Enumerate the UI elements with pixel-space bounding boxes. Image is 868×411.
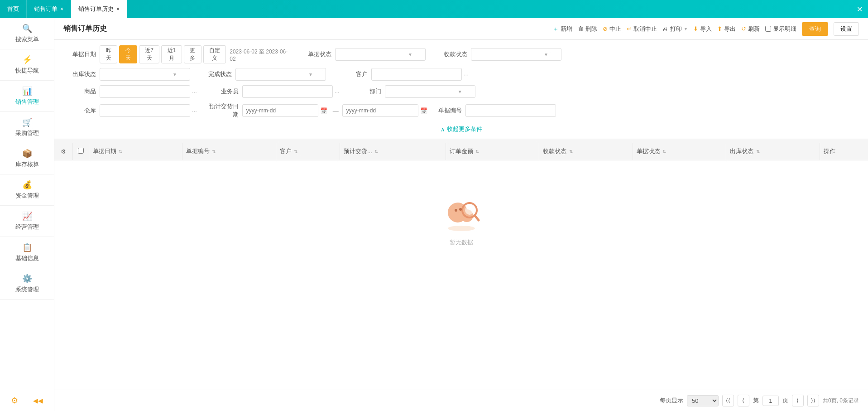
order-status-select[interactable]: ▼	[335, 48, 426, 61]
settings-bottom-icon[interactable]: ⚙	[11, 396, 18, 406]
content-area: 销售订单历史 ＋ 新增 🗑 删除 ⊘ 中止 ↩ 取消中止	[54, 18, 868, 411]
date-btn-custom[interactable]: 自定义	[203, 45, 226, 63]
sidebar-item-purchase[interactable]: 🛒 采购管理	[0, 112, 54, 143]
filter-row-2: 出库状态 ▼ 完成状态 ▼ 客户 ···	[63, 68, 859, 81]
sidebar-item-inventory[interactable]: 📦 库存核算	[0, 143, 54, 174]
export-button[interactable]: ⬆ 导出	[717, 25, 736, 33]
add-button[interactable]: ＋ 新增	[553, 25, 572, 33]
th-settings[interactable]: ⚙	[54, 143, 72, 160]
sort-customer-icon: ⇅	[294, 149, 297, 154]
date-range-text: 2023-06-02 至 2023-06-02	[230, 48, 290, 62]
date-btn-yesterday[interactable]: 昨天	[100, 45, 117, 63]
close-history-tab[interactable]: ×	[116, 6, 120, 12]
outbound-status-chevron-icon: ▼	[173, 72, 177, 77]
prev-page-button[interactable]: ⟨	[738, 395, 749, 406]
customer-ellipsis[interactable]: ···	[464, 71, 469, 78]
date-btn-more[interactable]: 更多	[184, 45, 201, 63]
select-all-checkbox[interactable]	[78, 148, 84, 154]
first-page-button[interactable]: ⟨⟨	[722, 395, 734, 406]
settings-button[interactable]: 设置	[834, 22, 859, 36]
th-expected-date[interactable]: 预计交货... ⇅	[340, 143, 446, 160]
th-order-date[interactable]: 单据日期 ⇅	[89, 143, 182, 160]
complete-status-select[interactable]: ▼	[235, 68, 326, 81]
date-btn-today[interactable]: 今天	[119, 45, 137, 63]
page-label: 第	[753, 396, 759, 405]
collapse-sidebar-icon[interactable]: ◀◀	[33, 397, 43, 404]
sidebar-item-operations[interactable]: 📈 经营管理	[0, 206, 54, 237]
th-order-no[interactable]: 单据编号 ⇅	[182, 143, 276, 160]
current-page-input[interactable]	[762, 396, 779, 406]
inventory-icon: 📦	[22, 149, 32, 159]
date-btn-7days[interactable]: 近7天	[139, 45, 159, 63]
sidebar-item-finance[interactable]: 💰 资金管理	[0, 174, 54, 206]
print-chevron-icon: ▼	[684, 27, 688, 31]
date-label: 单据日期	[63, 50, 100, 58]
sort-outbound-icon: ⇅	[756, 149, 760, 154]
show-detail-checkbox[interactable]: 显示明细	[765, 25, 796, 33]
cancel-stop-button[interactable]: ↩ 取消中止	[627, 25, 657, 33]
sort-order-no-icon: ⇅	[212, 149, 216, 154]
th-outbound-status[interactable]: 出库状态 ⇅	[726, 143, 820, 160]
tab-home[interactable]: 首页	[0, 0, 27, 18]
main-layout: 🔍 搜索菜单 ⚡ 快捷导航 📊 销售管理 🛒 采购管理 📦 库存核算 💰 资金管…	[0, 18, 868, 411]
next-page-button[interactable]: ⟩	[792, 395, 804, 406]
outbound-status-select[interactable]: ▼	[100, 68, 190, 81]
order-status-chevron-icon: ▼	[408, 52, 412, 57]
page-size-select[interactable]: 50 10 20 100	[687, 395, 719, 406]
sales-icon: 📊	[22, 86, 32, 96]
sidebar-item-sales[interactable]: 📊 销售管理	[0, 81, 54, 112]
department-select[interactable]: ▼	[385, 85, 475, 98]
export-icon: ⬆	[717, 25, 722, 32]
salesperson-input[interactable]	[242, 85, 333, 98]
query-button[interactable]: 查询	[802, 22, 828, 36]
calendar-from-icon[interactable]: 📅	[320, 107, 327, 114]
calendar-to-icon[interactable]: 📅	[420, 107, 427, 114]
delete-button[interactable]: 🗑 删除	[578, 25, 597, 33]
refresh-button[interactable]: ↺ 刷新	[741, 25, 760, 33]
close-window-icon[interactable]: ✕	[857, 5, 863, 14]
warehouse-ellipsis[interactable]: ···	[192, 107, 197, 114]
sidebar-item-search[interactable]: 🔍 搜索菜单	[0, 18, 54, 49]
th-order-status[interactable]: 单据状态 ⇅	[633, 143, 726, 160]
goods-input[interactable]	[100, 85, 190, 98]
th-order-amount[interactable]: 订单金额 ⇅	[446, 143, 539, 160]
sidebar-item-system[interactable]: ⚙️ 系统管理	[0, 268, 54, 300]
tab-sales-order-history[interactable]: 销售订单历史 ×	[71, 0, 127, 18]
print-button[interactable]: 🖨 打印 ▼	[662, 25, 688, 33]
last-page-button[interactable]: ⟩⟩	[807, 395, 819, 406]
th-pay-status[interactable]: 收款状态 ⇅	[539, 143, 633, 160]
order-no-input[interactable]	[465, 104, 556, 117]
finance-icon: 💰	[22, 180, 32, 190]
sidebar-item-quick-nav[interactable]: ⚡ 快捷导航	[0, 49, 54, 81]
salesperson-ellipsis[interactable]: ···	[335, 88, 340, 95]
tab-sales-order[interactable]: 销售订单 ×	[27, 0, 71, 18]
pay-status-chevron-icon: ▼	[544, 52, 548, 57]
date-range-btns: 昨天 今天 近7天 近1月 更多 自定义	[100, 45, 226, 63]
page-size-label: 每页显示	[660, 396, 683, 405]
data-table: ⚙ 单据日期 ⇅ 单据编号 ⇅	[54, 143, 868, 160]
warehouse-input[interactable]	[100, 104, 190, 117]
sort-order-status-icon: ⇅	[662, 149, 666, 154]
show-detail-check[interactable]	[765, 26, 771, 32]
expected-date-to[interactable]	[342, 104, 418, 117]
expected-date-from[interactable]	[242, 104, 318, 117]
stop-button[interactable]: ⊘ 中止	[603, 25, 621, 33]
close-sales-order-tab[interactable]: ×	[60, 6, 63, 12]
goods-ellipsis[interactable]: ···	[192, 88, 197, 95]
collapse-button[interactable]: ∧ 收起更多条件	[63, 123, 859, 133]
date-btn-1month[interactable]: 近1月	[161, 45, 182, 63]
sidebar-item-basic-info[interactable]: 📋 基础信息	[0, 237, 54, 268]
import-button[interactable]: ⬇ 导入	[693, 25, 712, 33]
th-checkbox[interactable]	[72, 143, 89, 160]
salesperson-label: 业务员	[206, 87, 242, 96]
th-customer[interactable]: 客户 ⇅	[276, 143, 340, 160]
pay-status-select[interactable]: ▼	[471, 48, 561, 61]
sidebar-bottom: ⚙ ◀◀	[0, 390, 54, 411]
goods-label: 商品	[63, 87, 100, 96]
search-icon: 🔍	[22, 24, 32, 34]
filter-row-3: 商品 ··· 业务员 ··· 部门 ▼	[63, 85, 859, 98]
filter-row-1: 单据日期 昨天 今天 近7天 近1月 更多 自定义 2023-06-02 至 2…	[63, 45, 859, 63]
customer-input[interactable]	[371, 68, 462, 81]
table-settings-icon[interactable]: ⚙	[61, 148, 66, 155]
page-title: 销售订单历史	[63, 24, 107, 34]
